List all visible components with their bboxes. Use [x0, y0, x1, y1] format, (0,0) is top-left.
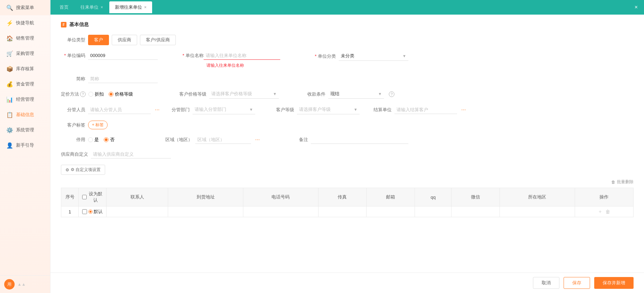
input-supplier-custom[interactable]	[91, 150, 171, 158]
radio-price-level[interactable]: 价格等级	[109, 91, 133, 97]
sidebar-item-search[interactable]: 🔍 搜索菜单	[0, 0, 50, 15]
custom-settings-btn[interactable]: ⚙ ⚙ 自定义项设置	[61, 165, 105, 175]
table-header: 序号 设为默认 联系人 到货地址 电话号码 传真 邮箱 qq 微信 所在地区	[61, 188, 634, 206]
unit-btn-customer[interactable]: 客户	[88, 35, 109, 45]
cell-default: 默认	[79, 206, 107, 217]
cell-index: 1	[61, 206, 79, 217]
tab-new-contact[interactable]: 新增往来单位 ×	[109, 1, 152, 13]
col-header-actions: 操作	[575, 188, 633, 206]
tab-new-contact-close[interactable]: ×	[144, 5, 147, 9]
radio-no-outer	[104, 137, 109, 142]
row-disabled-region: 停用 是 否 区域（地区） ···	[61, 136, 634, 144]
quicknav-icon: ⚡	[6, 19, 13, 26]
batch-actions: 🗑 批量删除	[61, 179, 634, 185]
select-unit-category[interactable]: 未分类 ▼	[339, 51, 408, 61]
radio-disabled-no[interactable]: 否	[104, 137, 115, 143]
batch-delete-button[interactable]: 🗑 批量删除	[611, 179, 634, 185]
input-billing-unit[interactable]	[394, 106, 457, 114]
tab-contacts-close[interactable]: ×	[101, 5, 103, 9]
sidebar-item-inventory[interactable]: 📦 库存核算	[0, 61, 50, 76]
region-more-btn[interactable]: ···	[254, 137, 261, 143]
sidebar-label-purchase: 采购管理	[16, 50, 34, 57]
section-title: 基本信息	[69, 22, 89, 28]
unit-category-chevron: ▼	[402, 54, 406, 58]
sidebar-label-system: 系统管理	[16, 127, 34, 133]
unit-btn-supplier[interactable]: 供应商	[112, 35, 137, 45]
sidebar-item-basic[interactable]: 📋 基础信息	[0, 107, 50, 122]
field-unit-code: 单位编码	[61, 51, 179, 60]
supervisor-more-btn[interactable]: ···	[154, 107, 161, 113]
sidebar-item-quicknav[interactable]: ⚡ 快捷导航	[0, 15, 50, 31]
input-unit-code[interactable]	[88, 51, 158, 60]
row-delete-icon[interactable]: 🗑	[605, 209, 610, 214]
select-department[interactable]: 请输入分管部门 ▼	[193, 105, 255, 114]
label-department: 分管部门	[165, 107, 190, 113]
pricing-help-icon[interactable]: ?	[80, 91, 86, 97]
operations-icon: 📊	[6, 96, 13, 103]
customer-level-placeholder: 请选择客户等级	[299, 106, 352, 113]
save-button[interactable]: 保存	[564, 277, 590, 289]
radio-yes-label: 是	[94, 137, 99, 143]
tab-home[interactable]: 首页	[54, 1, 74, 13]
department-placeholder: 请输入分管部门	[195, 106, 248, 113]
cell-email	[367, 206, 415, 217]
cell-phone	[243, 206, 318, 217]
radio-disabled-yes[interactable]: 是	[88, 137, 99, 143]
cell-fax	[318, 206, 367, 217]
label-disabled: 停用	[61, 137, 85, 143]
row-pricing: 定价方法 ? 折扣 价格等级 客户价格	[61, 89, 634, 99]
input-supervisor[interactable]	[88, 106, 151, 114]
billing-unit-more-btn[interactable]: ···	[460, 107, 467, 113]
sidebar-item-system[interactable]: ⚙️ 系统管理	[0, 122, 50, 138]
row-default-radio-dot	[89, 211, 92, 213]
settings-btn-label: ⚙ 自定义项设置	[71, 167, 101, 173]
sidebar-item-finance[interactable]: 💰 资金管理	[0, 76, 50, 92]
row-default-label: 默认	[94, 209, 103, 215]
col-header-region: 所在地区	[500, 188, 575, 206]
sidebar-label-finance: 资金管理	[16, 81, 34, 87]
sidebar-label-sales: 销售管理	[16, 35, 34, 41]
input-region[interactable]	[195, 136, 251, 144]
sidebar-label-operations: 经营管理	[16, 96, 34, 103]
cell-region	[500, 206, 575, 217]
field-customer-tags: 客户标签 + 标签	[61, 121, 634, 129]
add-tag-button[interactable]: + 标签	[88, 121, 108, 129]
sidebar-item-guide[interactable]: 👤 新手引导	[0, 138, 50, 153]
label-billing-unit: 结算单位	[367, 107, 392, 113]
bottom-action-bar: 取消 保存 保存并新增	[50, 272, 644, 293]
select-payment-terms[interactable]: 现结 ▼	[328, 89, 384, 99]
input-short-name[interactable]	[88, 75, 158, 83]
input-unit-name[interactable]	[204, 51, 280, 60]
settings-icon: ⚙	[65, 168, 69, 172]
inventory-icon: 📦	[6, 65, 13, 72]
sidebar-item-purchase[interactable]: 🛒 采购管理	[0, 46, 50, 61]
unit-type-field: 单位类型 客户 供应商 客户/供应商	[61, 35, 634, 45]
row-checkbox[interactable]	[82, 209, 87, 214]
payment-terms-help-icon[interactable]: ?	[389, 91, 394, 97]
label-unit-category: 单位分类	[312, 53, 336, 59]
sidebar-item-operations[interactable]: 📊 经营管理	[0, 92, 50, 107]
field-payment-terms: 收款条件 现结 ▼ ?	[301, 89, 423, 99]
table-header-checkbox[interactable]	[82, 195, 87, 200]
select-customer-price-level[interactable]: 请选择客户价格等级 ▼	[209, 89, 279, 99]
row-add-icon[interactable]: ＋	[598, 209, 603, 215]
customer-price-level-placeholder: 请选择客户价格等级	[211, 91, 272, 97]
cancel-button[interactable]: 取消	[533, 277, 559, 289]
tab-contacts[interactable]: 往来单位 ×	[75, 1, 109, 13]
tab-bar-close-all[interactable]: ×	[632, 3, 641, 12]
sidebar-item-sales[interactable]: 🏠 销售管理	[0, 31, 50, 46]
row-tags: 客户标签 + 标签	[61, 121, 634, 129]
radio-discount[interactable]: 折扣	[88, 91, 104, 97]
col-header-wechat: 微信	[451, 188, 500, 206]
field-unit-name: 单位名称 请输入往来单位名称	[179, 51, 312, 68]
custom-settings-area: ⚙ ⚙ 自定义项设置	[61, 165, 634, 175]
default-radio[interactable]: 默认	[88, 209, 103, 215]
row-default-radio-outer	[88, 210, 93, 214]
input-notes[interactable]	[311, 136, 408, 144]
col-header-fax: 传真	[318, 188, 367, 206]
select-customer-level[interactable]: 请选择客户等级 ▼	[297, 105, 360, 114]
row-shortname: 简称	[61, 75, 634, 83]
unit-btn-both[interactable]: 客户/供应商	[140, 35, 176, 45]
save-and-new-button[interactable]: 保存并新增	[594, 277, 634, 289]
user-avatar: 用	[4, 279, 15, 290]
